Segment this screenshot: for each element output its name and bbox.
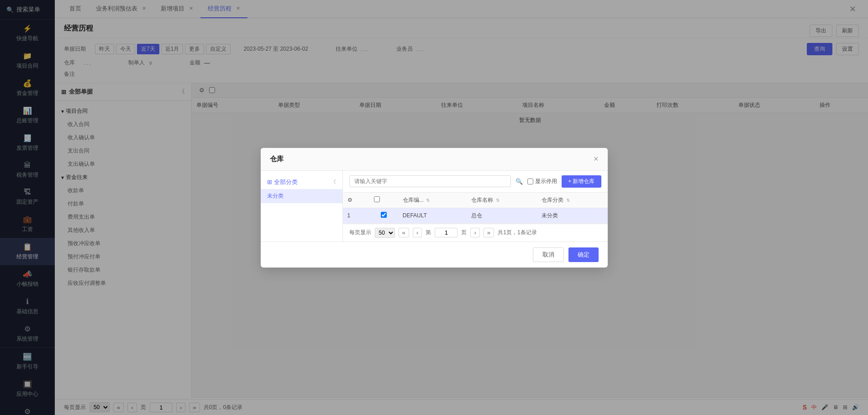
modal-page-input[interactable] (435, 228, 458, 237)
modal-toolbar: 🔍 显示停用 + 新增仓库 (343, 171, 608, 193)
row-checkbox-cell (369, 208, 398, 223)
modal-cancel-button[interactable]: 取消 (533, 247, 564, 262)
row-name: 总仓 (467, 208, 537, 223)
add-warehouse-button[interactable]: + 新增仓库 (562, 175, 601, 188)
modal-table-header: ⚙ 仓库编... ⇅ 仓库名称 ⇅ (343, 193, 608, 208)
sort-icon-code: ⇅ (426, 198, 430, 203)
modal-category-unclassified[interactable]: 未分类 (261, 189, 342, 203)
modal-page-label: 第 (426, 229, 431, 236)
modal-prev-btn[interactable]: ‹ (413, 228, 422, 237)
col-warehouse-code: 仓库编... ⇅ (398, 193, 467, 208)
show-disabled-label: 显示停用 (527, 178, 557, 185)
modal-close-button[interactable]: × (594, 154, 599, 164)
grid-icon-modal: ⊞ (267, 179, 272, 185)
row-code: DEFAULT (398, 208, 467, 223)
modal-last-btn[interactable]: » (484, 228, 494, 237)
warehouse-modal: 仓库 × ⊞ 全部分类 《 未分类 🔍 (261, 148, 608, 268)
row-checkbox[interactable] (381, 212, 387, 218)
col-warehouse-name: 仓库名称 ⇅ (467, 193, 537, 208)
table-row[interactable]: 1 DEFAULT 总仓 未分类 (343, 208, 608, 223)
modal-page-word: 页 (461, 229, 467, 236)
modal-content-panel: 🔍 显示停用 + 新增仓库 ⚙ (343, 171, 608, 242)
col-warehouse-category: 仓库分类 ⇅ (537, 193, 607, 208)
warehouse-table: ⚙ 仓库编... ⇅ 仓库名称 ⇅ (343, 193, 608, 224)
modal-category-panel: ⊞ 全部分类 《 未分类 (261, 171, 343, 242)
modal-collapse-icon[interactable]: 《 (331, 178, 336, 186)
row-category: 未分类 (537, 208, 607, 223)
sort-icon-category: ⇅ (566, 198, 570, 203)
modal-per-page-select[interactable]: 50 (375, 228, 395, 238)
modal-confirm-button[interactable]: 确定 (568, 247, 599, 262)
row-num: 1 (343, 208, 370, 223)
modal-next-btn[interactable]: › (470, 228, 479, 237)
modal-body: ⊞ 全部分类 《 未分类 🔍 显示停用 + 新增 (261, 171, 608, 242)
search-icon-modal[interactable]: 🔍 (516, 178, 523, 185)
sort-icon-name: ⇅ (496, 198, 500, 203)
modal-footer-actions: 取消 确定 (261, 242, 608, 268)
modal-per-page-label: 每页显示 (349, 229, 371, 236)
modal-pagination: 每页显示 50 « ‹ 第 页 › » 共1页，1条记录 (343, 224, 608, 242)
modal-overlay: 仓库 × ⊞ 全部分类 《 未分类 🔍 (0, 0, 868, 415)
modal-table-area: ⚙ 仓库编... ⇅ 仓库名称 ⇅ (343, 193, 608, 224)
show-disabled-checkbox[interactable] (527, 179, 533, 184)
col-settings: ⚙ (343, 193, 370, 208)
modal-select-all[interactable] (374, 196, 380, 202)
modal-title: 仓库 (270, 155, 284, 163)
warehouse-search-input[interactable] (349, 175, 511, 187)
col-select (369, 193, 398, 208)
modal-total: 共1页，1条记录 (498, 229, 537, 236)
modal-header: 仓库 × (261, 148, 608, 171)
modal-first-btn[interactable]: « (399, 228, 409, 237)
modal-all-categories[interactable]: ⊞ 全部分类 《 (261, 175, 342, 189)
